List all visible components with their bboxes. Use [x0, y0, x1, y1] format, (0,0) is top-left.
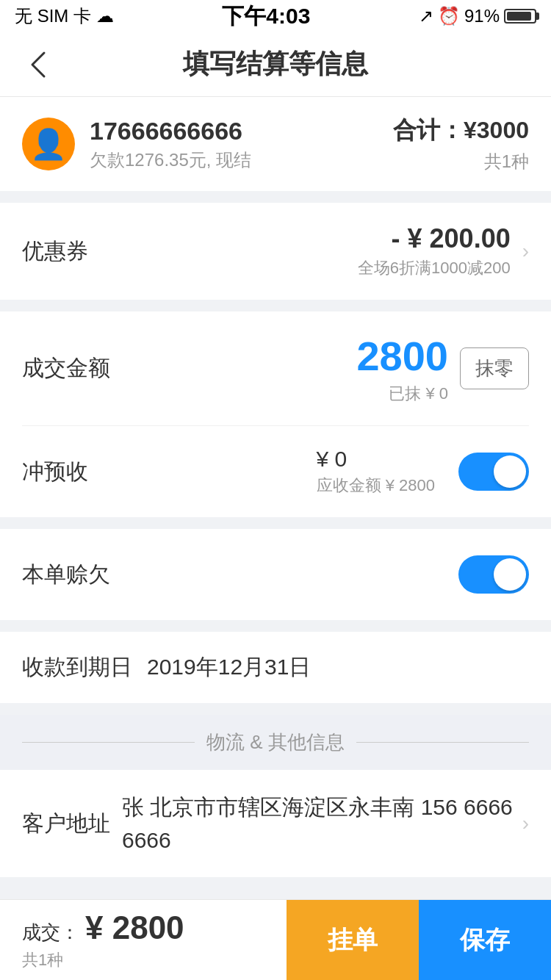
coupon-text-wrap: - ¥ 200.00 全场6折满1000减200 — [358, 223, 511, 279]
content-area: 👤 17666666666 欠款1276.35元, 现结 合计：¥3000 共1… — [0, 97, 551, 980]
deal-amount-wrap: 2800 已抹 ¥ 0 — [356, 332, 448, 405]
debt-toggle-wrap — [447, 555, 529, 594]
deal-amount-label: 成交金额 — [22, 353, 110, 383]
bottom-bar: 成交： ¥ 2800 共1种 挂单 保存 — [0, 899, 551, 980]
total-count: 共1种 — [393, 150, 529, 173]
address-value: 张 北京市市辖区海淀区永丰南 156 6666 6666 — [122, 790, 515, 857]
status-left: 无 SIM 卡 ☁ — [15, 4, 114, 28]
bottom-summary: 成交： ¥ 2800 共1种 — [0, 909, 287, 971]
debt-row: 本单赊欠 — [22, 529, 529, 620]
coupon-amount: - ¥ 200.00 — [358, 223, 511, 254]
chevron-right-icon: › — [522, 239, 529, 263]
bottom-deal-row: 成交： ¥ 2800 — [22, 909, 264, 946]
back-button[interactable] — [22, 48, 54, 81]
due-date-value: 2019年12月31日 — [147, 652, 311, 682]
coupon-right: - ¥ 200.00 全场6折满1000减200 › — [358, 223, 529, 279]
due-date-row: 收款到期日 2019年12月31日 — [22, 652, 529, 682]
divider-text: 物流 & 其他信息 — [206, 729, 345, 755]
deal-amount-value: 2800 — [356, 332, 448, 380]
divider-line-left — [22, 742, 195, 743]
address-chevron-icon: › — [522, 812, 529, 835]
pre-collect-amount: ¥ 0 — [317, 447, 435, 472]
location-icon: ↗ — [419, 6, 433, 26]
address-label: 客户地址 — [22, 809, 110, 839]
nav-bar: 填写结算等信息 — [0, 32, 551, 97]
pre-collect-row: 冲预收 ¥ 0 应收金额 ¥ 2800 — [22, 426, 529, 517]
status-right: ↗ ⏰ 91% — [419, 6, 536, 26]
bottom-deal-amount: ¥ 2800 — [85, 909, 184, 946]
pre-collect-sub: 应收金额 ¥ 2800 — [317, 475, 435, 497]
bottom-deal-sub: 共1种 — [22, 949, 264, 971]
round-button[interactable]: 抹零 — [460, 347, 529, 389]
due-date-label: 收款到期日 — [22, 652, 132, 682]
hang-button[interactable]: 挂单 — [287, 900, 419, 981]
debt-toggle-knob — [494, 558, 526, 591]
pre-collect-right: ¥ 0 应收金额 ¥ 2800 — [317, 447, 529, 497]
sim-label: 无 SIM 卡 ☁ — [15, 4, 114, 28]
debt-label: 本单赊欠 — [22, 560, 110, 590]
address-section[interactable]: 客户地址 张 北京市市辖区海淀区永丰南 156 6666 6666 › — [0, 770, 551, 877]
section-divider: 物流 & 其他信息 — [0, 715, 551, 770]
coupon-row[interactable]: 优惠券 - ¥ 200.00 全场6折满1000减200 › — [0, 203, 551, 300]
user-total: 合计：¥3000 共1种 — [393, 115, 529, 173]
deal-amount-row: 成交金额 2800 已抹 ¥ 0 抹零 — [22, 311, 529, 426]
pre-collect-label: 冲预收 — [22, 457, 88, 487]
pre-collect-toggle[interactable] — [458, 453, 529, 491]
debt-section: 本单赊欠 — [0, 529, 551, 620]
avatar: 👤 — [22, 118, 75, 170]
due-date-section: 收款到期日 2019年12月31日 — [0, 632, 551, 703]
user-info: 17666666666 欠款1276.35元, 现结 — [90, 117, 393, 172]
total-amount: 合计：¥3000 — [393, 115, 529, 147]
divider-line-right — [356, 742, 529, 743]
status-time: 下午4:03 — [222, 1, 310, 32]
save-button[interactable]: 保存 — [419, 900, 551, 981]
user-sub-text: 欠款1276.35元, 现结 — [90, 148, 393, 172]
deal-sub-text: 已抹 ¥ 0 — [356, 383, 448, 405]
status-bar: 无 SIM 卡 ☁ 下午4:03 ↗ ⏰ 91% — [0, 0, 551, 32]
user-phone: 17666666666 — [90, 117, 393, 145]
alarm-icon: ⏰ — [438, 6, 460, 26]
user-info-card: 👤 17666666666 欠款1276.35元, 现结 合计：¥3000 共1… — [0, 97, 551, 191]
deal-section: 成交金额 2800 已抹 ¥ 0 抹零 冲预收 ¥ 0 应收金额 ¥ 2800 — [0, 311, 551, 517]
debt-toggle[interactable] — [458, 555, 529, 594]
battery-icon — [504, 9, 536, 24]
pre-collect-wrap: ¥ 0 应收金额 ¥ 2800 — [317, 447, 435, 497]
toggle-knob — [494, 455, 526, 488]
coupon-label: 优惠券 — [22, 237, 88, 267]
avatar-icon: 👤 — [30, 127, 67, 162]
coupon-desc: 全场6折满1000减200 — [358, 257, 511, 279]
page-title: 填写结算等信息 — [54, 46, 497, 82]
battery-percent: 91% — [464, 6, 500, 26]
bottom-deal-label: 成交： — [22, 920, 79, 945]
deal-amount-right: 2800 已抹 ¥ 0 抹零 — [356, 332, 529, 405]
